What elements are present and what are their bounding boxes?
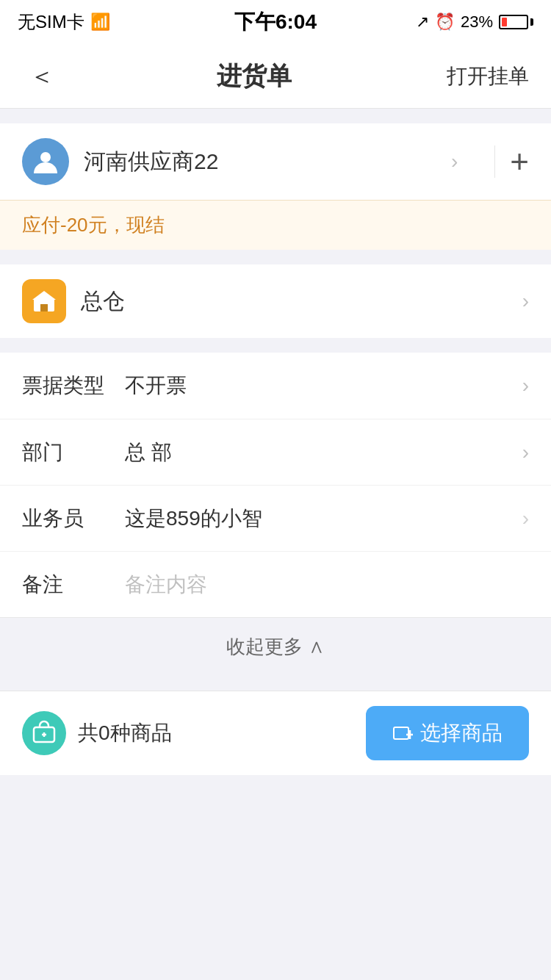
department-row[interactable]: 部门 总 部 › (0, 419, 551, 485)
remark-input[interactable]: 备注内容 (125, 571, 529, 599)
collapse-more-button[interactable]: 收起更多 ∧ (0, 617, 551, 676)
invoice-type-arrow-icon: › (522, 374, 529, 397)
status-bar: 无SIM卡 📶 下午6:04 ↗ ⏰ 23% (0, 0, 551, 44)
section-gap-3 (0, 338, 551, 353)
section-gap-2 (0, 250, 551, 264)
invoice-type-value: 不开票 (125, 372, 522, 400)
form-card: 票据类型 不开票 › 部门 总 部 › 业务员 这是859的小智 › 备注 备注… (0, 353, 551, 617)
salesperson-row[interactable]: 业务员 这是859的小智 › (0, 485, 551, 551)
back-button[interactable]: ＜ (22, 52, 62, 101)
warehouse-card: 总仓 › (0, 264, 551, 338)
product-icon (22, 711, 66, 755)
wifi-icon: 📶 (90, 12, 110, 32)
product-count-wrap: 共0种商品 (22, 711, 172, 755)
battery-percent: 23% (461, 12, 493, 32)
section-gap-1 (0, 109, 551, 123)
divider (494, 145, 495, 178)
select-product-label: 选择商品 (420, 719, 503, 747)
select-product-button[interactable]: 选择商品 (366, 706, 529, 760)
warehouse-name: 总仓 (81, 287, 522, 317)
supplier-name: 河南供应商22 (84, 147, 451, 177)
supplier-row[interactable]: 河南供应商22 › + (0, 123, 551, 200)
salesperson-value: 这是859的小智 (125, 505, 522, 533)
status-left: 无SIM卡 📶 (18, 10, 110, 34)
collapse-more-label: 收起更多 ∧ (226, 634, 324, 660)
department-value: 总 部 (125, 439, 522, 466)
notice-text: 应付-20元，现结 (22, 214, 165, 236)
warehouse-icon (22, 279, 66, 323)
alarm-icon: ⏰ (435, 12, 455, 32)
svg-rect-8 (394, 727, 408, 739)
page-title: 进货单 (217, 60, 292, 93)
warehouse-row[interactable]: 总仓 › (0, 264, 551, 338)
warehouse-arrow-icon: › (522, 289, 529, 313)
status-right: ↗ ⏰ 23% (416, 12, 533, 32)
battery-icon (499, 15, 533, 29)
svg-point-0 (40, 152, 51, 162)
invoice-type-label: 票据类型 (22, 372, 118, 400)
supplier-arrow-icon: › (451, 150, 458, 173)
remark-label: 备注 (22, 571, 118, 599)
invoice-type-row[interactable]: 票据类型 不开票 › (0, 353, 551, 419)
section-gap-4 (0, 676, 551, 691)
location-icon: ↗ (416, 12, 429, 32)
add-supplier-button[interactable]: + (510, 145, 529, 178)
bottom-bar: 共0种商品 选择商品 (0, 691, 551, 775)
department-label: 部门 (22, 439, 118, 466)
notice-banner: 应付-20元，现结 (0, 200, 551, 250)
remark-row[interactable]: 备注 备注内容 (0, 551, 551, 617)
supplier-card: 河南供应商22 › + 应付-20元，现结 (0, 123, 551, 250)
carrier-label: 无SIM卡 (18, 10, 84, 34)
supplier-avatar (22, 138, 69, 185)
salesperson-label: 业务员 (22, 505, 118, 533)
svg-marker-2 (32, 291, 56, 300)
department-arrow-icon: › (522, 441, 529, 464)
svg-rect-4 (40, 304, 48, 311)
open-pending-button[interactable]: 打开挂单 (447, 62, 529, 90)
status-time: 下午6:04 (234, 8, 317, 36)
page-fill (0, 775, 551, 922)
salesperson-arrow-icon: › (522, 507, 529, 530)
product-count-text: 共0种商品 (78, 719, 172, 747)
nav-bar: ＜ 进货单 打开挂单 (0, 44, 551, 109)
